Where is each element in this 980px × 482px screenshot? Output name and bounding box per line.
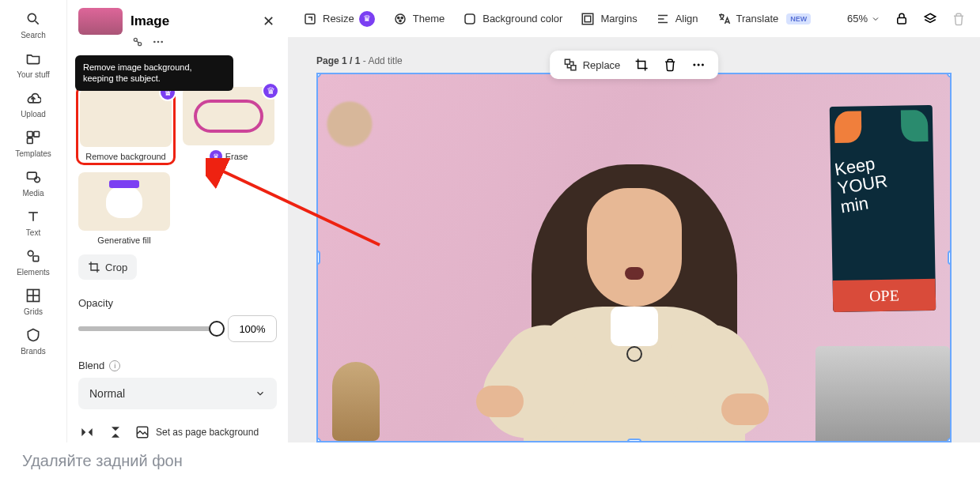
search-icon: [24, 9, 43, 28]
crop-icon: [88, 261, 100, 273]
elements-icon: [24, 247, 43, 265]
remove-background-tile[interactable]: ♛ Remove background: [76, 85, 176, 165]
blend-select[interactable]: Normal: [78, 378, 277, 409]
lock-icon[interactable]: [895, 12, 909, 26]
nav-media[interactable]: Media: [22, 168, 44, 198]
nav-elements[interactable]: Elements: [17, 247, 50, 277]
svg-point-35: [702, 64, 704, 66]
nav-templates-label: Templates: [15, 149, 51, 158]
resize-handle[interactable]: [627, 439, 641, 442]
resize-handle[interactable]: [947, 73, 952, 77]
edit-image-icon[interactable]: [131, 35, 145, 49]
chevron-down-icon: [255, 388, 266, 399]
remove-bg-label: Remove background: [85, 152, 166, 161]
resize-handle[interactable]: [316, 438, 321, 442]
svg-rect-4: [27, 138, 32, 144]
slider-knob[interactable]: [209, 321, 225, 337]
svg-point-34: [698, 64, 700, 66]
blend-value: Normal: [89, 387, 125, 400]
upload-icon: [24, 88, 43, 107]
folder-icon: [24, 49, 43, 68]
zoom-value: 65%: [847, 13, 868, 24]
nav-grids[interactable]: Grids: [24, 286, 43, 316]
nav-upload[interactable]: Upload: [21, 88, 46, 119]
erase-tile[interactable]: ♛ ♛ Erase: [183, 87, 274, 163]
nav-text[interactable]: Text: [24, 207, 43, 237]
resize-button[interactable]: Resize ♛: [302, 11, 375, 27]
margins-icon: [580, 11, 596, 27]
premium-dot-icon: ♛: [359, 11, 375, 27]
theme-button[interactable]: Theme: [392, 11, 445, 27]
svg-rect-32: [570, 66, 575, 70]
svg-rect-24: [465, 14, 475, 24]
subject-person: [468, 141, 800, 441]
flip-vertical-icon[interactable]: [107, 424, 124, 441]
svg-point-17: [161, 41, 163, 43]
more-icon[interactable]: [691, 58, 706, 72]
align-button[interactable]: Align: [655, 11, 698, 27]
resize-handle[interactable]: [316, 73, 321, 77]
generative-fill-label: Generative fill: [97, 235, 150, 245]
translate-icon: [716, 11, 732, 27]
svg-point-21: [397, 17, 399, 18]
close-panel-button[interactable]: ✕: [259, 13, 277, 30]
opacity-value-input[interactable]: 100%: [228, 315, 277, 342]
canvas-area: Resize ♛ Theme Background color Margins …: [288, 0, 980, 442]
decor-poster: KeepYOURmin OPE: [830, 105, 936, 312]
nav-your-stuff-label: Your stuff: [17, 70, 50, 79]
svg-line-14: [137, 41, 139, 43]
resize-handle[interactable]: [947, 438, 952, 442]
svg-rect-26: [585, 16, 592, 22]
svg-point-16: [157, 41, 160, 43]
info-icon[interactable]: i: [109, 360, 120, 371]
nav-upload-label: Upload: [21, 110, 46, 119]
canvas[interactable]: KeepYOURmin OPE: [316, 73, 952, 442]
selected-image-thumb[interactable]: [78, 8, 123, 35]
layers-icon[interactable]: [923, 12, 937, 26]
text-icon: [24, 207, 43, 226]
zoom-control[interactable]: 65%: [847, 13, 880, 24]
nav-brands[interactable]: Brands: [21, 326, 46, 356]
page-bg-icon: [135, 425, 149, 439]
nav-grids-label: Grids: [24, 307, 43, 316]
set-as-page-bg-button[interactable]: Set as page background: [135, 425, 259, 439]
crop-button[interactable]: Crop: [78, 254, 137, 280]
resize-label: Resize: [323, 13, 354, 24]
generative-fill-preview: [78, 172, 170, 231]
flip-horizontal-icon[interactable]: [78, 424, 96, 441]
translate-button[interactable]: Translate NEW: [716, 11, 812, 27]
svg-point-33: [694, 64, 696, 66]
generative-fill-tile[interactable]: Generative fill: [78, 172, 170, 245]
margins-button[interactable]: Margins: [580, 11, 637, 27]
trash-icon[interactable]: [663, 58, 677, 72]
theme-label: Theme: [413, 13, 445, 24]
panel-title: Image: [131, 13, 252, 29]
tooltip-line1: Remove image background,: [83, 62, 192, 72]
templates-icon: [24, 128, 43, 147]
more-icon[interactable]: [151, 35, 165, 49]
left-nav: Search Your stuff Upload Templates Media…: [0, 0, 66, 442]
set-as-page-bg-label: Set as page background: [156, 427, 259, 438]
nav-search-label: Search: [21, 31, 46, 40]
opacity-slider[interactable]: [78, 326, 217, 331]
svg-rect-3: [34, 132, 40, 137]
svg-point-6: [35, 177, 40, 183]
bg-color-icon: [462, 11, 478, 27]
nav-templates[interactable]: Templates: [15, 128, 51, 158]
replace-icon: [562, 57, 578, 73]
replace-button[interactable]: Replace: [562, 57, 621, 73]
translate-label: Translate: [736, 13, 779, 24]
resize-handle[interactable]: [948, 250, 952, 265]
premium-dot-icon: ♛: [210, 150, 222, 163]
nav-search[interactable]: Search: [21, 9, 46, 40]
resize-handle[interactable]: [316, 250, 320, 265]
top-toolbar: Resize ♛ Theme Background color Margins …: [288, 0, 980, 38]
resize-icon: [302, 11, 318, 27]
tooltip-line2: keeping the subject.: [83, 73, 161, 83]
background-color-button[interactable]: Background color: [462, 11, 562, 27]
trash-icon[interactable]: [952, 12, 966, 26]
new-badge: NEW: [786, 13, 811, 24]
crop-icon[interactable]: [634, 58, 649, 72]
nav-your-stuff[interactable]: Your stuff: [17, 49, 50, 79]
margins-label: Margins: [600, 13, 637, 24]
